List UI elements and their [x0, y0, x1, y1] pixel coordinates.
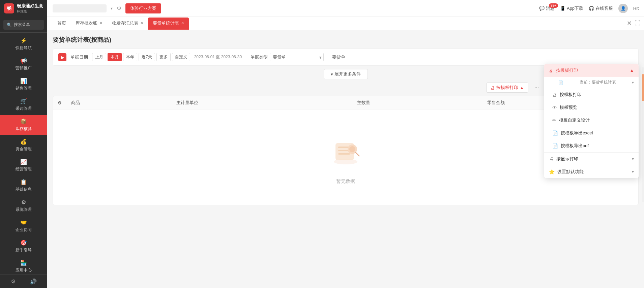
template-print-label: 按模板打印: [560, 92, 582, 98]
print-button[interactable]: 🖨 按模板打印 ▲: [486, 83, 528, 93]
app-download-label: App下载: [567, 5, 583, 11]
dropdown-chevron-up-icon[interactable]: ▲: [630, 68, 634, 73]
tab-receipt-summary[interactable]: 收发存汇总表 ✕: [107, 18, 148, 30]
online-service-button[interactable]: 🎧 在线客服: [589, 5, 613, 11]
app-logo-icon: 畅: [4, 3, 14, 13]
filter-toggle-button[interactable]: ▶: [58, 53, 66, 61]
set-default-icon: ⭐: [549, 169, 555, 174]
dropdown-title: 按模板打印: [556, 67, 578, 73]
tab-batch-account[interactable]: 库存批次账 ✕: [71, 18, 107, 30]
table-col-unit: 主计量单位: [172, 96, 352, 109]
tab-batch-account-label: 库存批次账: [76, 20, 97, 26]
dropdown-header-left: 🖨 按模板打印: [549, 67, 578, 73]
sidebar-item-marketing[interactable]: 📢 营销推广: [0, 54, 47, 74]
sidebar-item-purchase[interactable]: 🛒 采购管理: [0, 95, 47, 115]
topbar-gear-icon[interactable]: ⚙: [117, 5, 121, 11]
sidebar-volume-button[interactable]: 🔊: [30, 278, 37, 285]
filter-bar: ▶ 单据日期 上月 本月 本年 近7天 更多 自定义 2023-06-01 至 …: [53, 49, 639, 66]
sidebar-footer: ⚙ 🔊: [0, 275, 47, 288]
tab-receipt-summary-close[interactable]: ✕: [140, 21, 143, 25]
sidebar-item-inventory[interactable]: 📦 库存核算: [0, 115, 47, 135]
messages-button[interactable]: 💬 消息 99+: [539, 5, 555, 11]
date-filter-label: 单据日期: [70, 54, 88, 60]
sidebar: 畅 畅康通好生意 标准版 🔍 搜索菜单 ⚡ 快捷导航 📢 营销推广 📊 销售管理…: [0, 0, 47, 288]
template-preview-icon: 👁: [552, 105, 557, 110]
search-icon: 🔍: [7, 23, 12, 27]
print-label: 按模板打印: [496, 85, 518, 91]
dropdown-item-template-print[interactable]: 🖨 按模板打印: [544, 88, 639, 101]
dropdown-item-template-preview[interactable]: 👁 模板预览: [544, 101, 639, 114]
user-avatar[interactable]: 👤: [618, 4, 628, 13]
sidebar-item-finance[interactable]: 💰 资金管理: [0, 135, 47, 155]
dropdown-sub-display-print[interactable]: 🖨 按显示打印 ▾: [544, 153, 639, 165]
purchase-label: 采购管理: [16, 106, 32, 111]
topbar-chevron-icon[interactable]: ▾: [111, 6, 113, 11]
tabbar: 首页 库存批次账 ✕ 收发存汇总表 ✕ 要货单统计表 ✕ ✕ ⛶: [47, 17, 644, 30]
chevron-down-icon: ▾: [331, 72, 333, 77]
basic-label: 基础信息: [16, 187, 32, 192]
filter-divider-2: [328, 54, 328, 61]
sidebar-settings-button[interactable]: ⚙: [11, 278, 16, 285]
svg-rect-4: [338, 153, 350, 155]
app-name-block: 畅康通好生意 标准版: [17, 3, 43, 13]
sidebar-item-guide[interactable]: 🎯 新手引导: [0, 236, 47, 256]
table-col-settings[interactable]: ⚙: [53, 96, 66, 109]
sidebar-search-button[interactable]: 🔍 搜索菜单: [3, 20, 44, 30]
sidebar-item-operation[interactable]: 📈 经营管理: [0, 155, 47, 175]
dropdown-item-export-excel[interactable]: 📄 按模板导出excel: [544, 127, 639, 139]
online-service-label: 在线客服: [595, 5, 613, 11]
marketing-label: 营销推广: [16, 65, 32, 71]
app-name: 畅康通好生意: [17, 3, 43, 9]
appstore-icon: 🏪: [20, 260, 27, 266]
username-label[interactable]: Rit: [633, 6, 639, 11]
tabbar-close-button[interactable]: ✕: [627, 20, 632, 27]
this-year-btn[interactable]: 本年: [123, 53, 137, 61]
sales-label: 销售管理: [16, 86, 32, 91]
last-7-days-btn[interactable]: 近7天: [139, 53, 155, 61]
tab-batch-account-close[interactable]: ✕: [99, 21, 103, 25]
more-dots-button[interactable]: ···: [532, 83, 541, 92]
sidebar-item-basic[interactable]: 📋 基础信息: [0, 175, 47, 196]
more-date-btn[interactable]: 更多: [156, 53, 171, 61]
tab-home-label: 首页: [57, 20, 66, 26]
expand-more-button[interactable]: ▾ 展开更多条件: [324, 69, 368, 79]
export-excel-label: 按模板导出excel: [561, 130, 593, 136]
display-print-label: 按显示打印: [556, 156, 578, 162]
date-range-display: 2023-06-01 至 2023-06-30: [194, 54, 242, 60]
sidebar-logo: 畅 畅康通好生意 标准版: [0, 0, 47, 17]
sidebar-search-area: 🔍 搜索菜单: [0, 17, 47, 33]
type-filter: 单据类型 要货单: [250, 53, 324, 61]
empty-text: 暂无数据: [336, 179, 355, 185]
trial-button[interactable]: 体验行业方案: [125, 3, 161, 13]
tab-receipt-summary-label: 收发存汇总表: [112, 20, 138, 26]
finance-label: 资金管理: [16, 146, 32, 152]
appstore-label: 应用中心: [16, 267, 32, 273]
dropdown-item-export-pdf[interactable]: 📄 按模板导出pdf: [544, 139, 639, 152]
tab-home[interactable]: 首页: [53, 18, 71, 30]
sidebar-item-collab[interactable]: 🤝 企业协同: [0, 216, 47, 236]
tabbar-expand-button[interactable]: ⛶: [635, 20, 641, 27]
topbar-search-input[interactable]: [53, 4, 107, 12]
sidebar-item-system[interactable]: ⚙ 系统管理: [0, 196, 47, 216]
custom-date-btn[interactable]: 自定义: [172, 53, 190, 61]
template-design-icon: ✏: [552, 118, 556, 123]
tab-order-stats[interactable]: 要货单统计表 ✕: [148, 18, 189, 30]
right-scrollbar[interactable]: [642, 67, 644, 202]
sidebar-item-sales[interactable]: 📊 销售管理: [0, 74, 47, 95]
export-pdf-icon: 📄: [552, 143, 558, 149]
app-version: 标准版: [17, 9, 43, 13]
quick-nav-icon: ⚡: [20, 37, 27, 44]
dropdown-sub-set-default[interactable]: ⭐ 设置默认功能 ▾: [544, 165, 639, 178]
tab-order-stats-close[interactable]: ✕: [181, 21, 184, 25]
expand-more-label: 展开更多条件: [334, 71, 361, 77]
filter-divider: [246, 54, 246, 61]
last-month-btn[interactable]: 上月: [92, 53, 106, 61]
basic-icon: 📋: [20, 179, 27, 185]
sidebar-item-appstore[interactable]: 🏪 应用中心: [0, 256, 47, 275]
dropdown-item-template-design[interactable]: ✏ 模板自定义设计: [544, 114, 639, 127]
type-select[interactable]: 要货单: [270, 53, 324, 61]
dropdown-current-template: 📄 当前：要货单统计表 ▾: [544, 77, 639, 88]
sidebar-item-quick-nav[interactable]: ⚡ 快捷导航: [0, 34, 47, 54]
this-month-btn[interactable]: 本月: [108, 53, 122, 61]
app-download-button[interactable]: 📱 App下载: [560, 5, 583, 11]
